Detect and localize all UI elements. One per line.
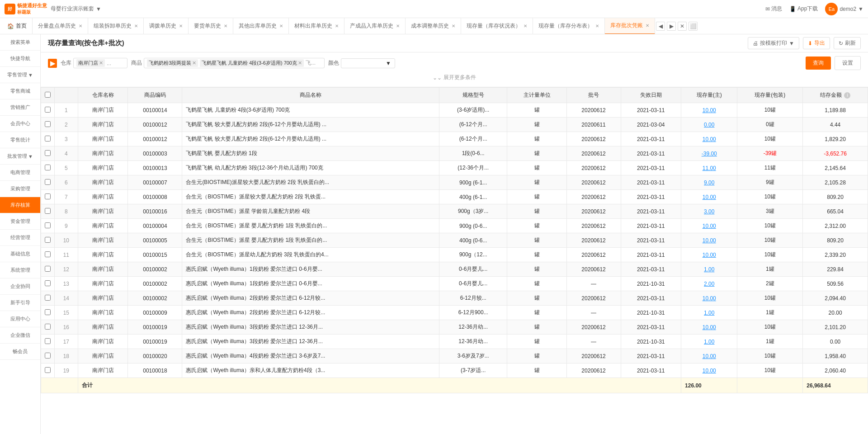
tab-batch-voucher[interactable]: 库存批次凭账 ✕ [605, 18, 655, 34]
cell-checkbox[interactable] [41, 233, 55, 248]
filter-expand-btn[interactable]: ▶ [48, 59, 57, 68]
cell-stock-main[interactable]: 10.00 [681, 132, 737, 146]
cell-stock-main[interactable]: 10.00 [681, 291, 737, 306]
cell-checkbox[interactable] [41, 291, 55, 306]
cell-checkbox[interactable] [41, 204, 55, 219]
filter-warehouse-input[interactable]: 南岸门店 ✕ ... [73, 58, 127, 68]
tab-close-zu-zhuang[interactable]: ✕ [134, 24, 138, 28]
cell-checkbox[interactable] [41, 146, 55, 161]
cell-stock-main[interactable]: 0.00 [681, 118, 737, 132]
tab-other-out[interactable]: 其他出库单历史 ✕ [233, 18, 289, 34]
tab-inventory-status[interactable]: 现存量（库存状况表） ✕ [461, 18, 533, 34]
cell-stock-main[interactable]: 10.00 [681, 103, 737, 118]
cell-checkbox[interactable] [41, 103, 55, 118]
sidebar-item-ecom[interactable]: 电商管理 [0, 165, 40, 181]
cell-stock-main[interactable]: 10.00 [681, 320, 737, 335]
tab-close-other-out[interactable]: ✕ [279, 24, 283, 28]
cell-stock-main[interactable]: -39.00 [681, 146, 737, 161]
tab-nav-next[interactable]: ▶ [667, 22, 676, 31]
cell-checkbox[interactable] [41, 132, 55, 146]
filter-color-select[interactable]: ▼ [341, 58, 395, 68]
btn-template-print[interactable]: 🖨 按模板打印 ▼ [748, 37, 799, 49]
tab-material-out[interactable]: 材料出库单历史 ✕ [289, 18, 344, 34]
tab-close-fen-pan[interactable]: ✕ [79, 24, 82, 28]
tab-inventory-dist[interactable]: 现存量（库存分布表） ✕ [533, 18, 605, 34]
sidebar-item-enterprise[interactable]: 企业协同 [0, 278, 40, 295]
user-area[interactable]: Ea demo2 ▼ [825, 3, 863, 15]
filter-tag-close-product2[interactable]: ✕ [298, 60, 302, 66]
cell-stock-main[interactable]: 11.00 [681, 161, 737, 175]
cell-checkbox[interactable] [41, 175, 55, 190]
cell-stock-main[interactable]: 10.00 [681, 349, 737, 363]
cell-checkbox[interactable] [41, 118, 55, 132]
tab-close-batch-voucher[interactable]: ✕ [646, 23, 649, 28]
sidebar-item-finance[interactable]: 资金管理 [0, 213, 40, 230]
tab-diao-bo[interactable]: 调拨单历史 ✕ [144, 18, 189, 34]
filter-tag-close-nanang[interactable]: ✕ [99, 60, 103, 66]
cell-stock-main[interactable]: 1.00 [681, 262, 737, 277]
tab-home[interactable]: 🏠 首页 [2, 18, 33, 34]
sidebar-item-newbie[interactable]: 新手引导 [0, 295, 40, 311]
cell-stock-main[interactable]: 10.00 [681, 363, 737, 378]
tab-close-yao-huo[interactable]: ✕ [224, 24, 227, 28]
sidebar-item-retail[interactable]: 零售管理 ▼ [0, 67, 40, 83]
filter-tag-close-product1[interactable]: ✕ [192, 60, 196, 66]
tab-nav-prev[interactable]: ◀ [656, 22, 665, 31]
tab-close-diao-bo[interactable]: ✕ [179, 24, 183, 28]
cell-stock-main[interactable]: 10.00 [681, 233, 737, 248]
cell-checkbox[interactable] [41, 335, 55, 349]
cell-stock-main[interactable]: 1.00 [681, 335, 737, 349]
sidebar-item-system[interactable]: 系统管理 [0, 262, 40, 278]
cell-checkbox[interactable] [41, 248, 55, 262]
btn-refresh[interactable]: ↻ 刷新 [834, 37, 861, 49]
cell-stock-main[interactable]: 1.00 [681, 306, 737, 320]
cell-stock-main[interactable]: 9.00 [681, 175, 737, 190]
messages-link[interactable]: ✉ 消息 [765, 5, 782, 13]
cell-checkbox[interactable] [41, 306, 55, 320]
tab-close-all[interactable]: ✕ [678, 22, 687, 31]
cell-stock-main[interactable]: 10.00 [681, 219, 737, 233]
tab-fen-pan[interactable]: 分量盘点单历史 ✕ [33, 18, 88, 34]
sidebar-item-app-center[interactable]: 应用中心 [0, 311, 40, 327]
sidebar-item-member2[interactable]: 畅会员 [0, 344, 40, 360]
cell-checkbox[interactable] [41, 161, 55, 175]
filter-warehouse-more[interactable]: ... [107, 60, 111, 66]
tab-maximize[interactable]: ⬜ [689, 22, 698, 31]
sidebar-item-enterprise-wechat[interactable]: 企业微信 [0, 327, 40, 344]
cell-checkbox[interactable] [41, 190, 55, 204]
sidebar-item-marketing[interactable]: 营销推广 [0, 99, 40, 116]
btn-query[interactable]: 查询 [806, 57, 831, 70]
select-all-checkbox[interactable] [45, 92, 51, 98]
th-checkbox[interactable] [41, 88, 55, 103]
cell-checkbox[interactable] [41, 262, 55, 277]
expand-more-conditions-btn[interactable]: ⌄⌄ 展开更多条件 [433, 72, 476, 83]
cell-stock-main[interactable]: 10.00 [681, 190, 737, 204]
sidebar-item-inventory[interactable]: 库存核算 [0, 197, 40, 213]
cell-stock-main[interactable]: 10.00 [681, 248, 737, 262]
tab-cost-adjust[interactable]: 成本调整单历史 ✕ [406, 18, 461, 34]
tab-close-inventory-status[interactable]: ✕ [524, 24, 527, 28]
tab-close-product-in[interactable]: ✕ [396, 24, 400, 28]
cell-checkbox[interactable] [41, 363, 55, 378]
sidebar-item-search[interactable]: 搜索英单 [0, 34, 40, 51]
filter-product-more[interactable]: 飞... [306, 59, 316, 67]
sidebar-item-purchase[interactable]: 采购管理 [0, 181, 40, 197]
sidebar-item-wholesale[interactable]: 批发管理 ▼ [0, 148, 40, 165]
sidebar-item-retail-store[interactable]: 零售商城 [0, 83, 40, 99]
tab-product-in[interactable]: 产成品入库单历史 ✕ [344, 18, 406, 34]
tab-yao-huo[interactable]: 要货单历史 ✕ [189, 18, 233, 34]
sidebar-item-quick-nav[interactable]: 快捷导航 [0, 51, 40, 67]
filter-product-input[interactable]: 飞鹤奶粉3段两提装 ✕ 飞鹤星飞帆 儿童奶粉 4段(3-6岁适用) 700克 ✕… [144, 58, 325, 68]
sidebar-item-basic[interactable]: 基础信息 [0, 246, 40, 262]
tab-close-cost-adjust[interactable]: ✕ [452, 24, 455, 28]
cell-checkbox[interactable] [41, 349, 55, 363]
cell-checkbox[interactable] [41, 277, 55, 291]
sidebar-item-member[interactable]: 会员中心 [0, 116, 40, 132]
cell-checkbox[interactable] [41, 320, 55, 335]
tab-zu-zhuang[interactable]: 组装拆卸单历史 ✕ [88, 18, 144, 34]
btn-export[interactable]: ⬇ 导出 [803, 37, 830, 49]
tab-close-inventory-dist[interactable]: ✕ [595, 24, 599, 28]
cell-stock-main[interactable]: 3.00 [681, 204, 737, 219]
cell-stock-main[interactable]: 2.00 [681, 277, 737, 291]
sidebar-item-retail-stat[interactable]: 零售统计 [0, 132, 40, 148]
